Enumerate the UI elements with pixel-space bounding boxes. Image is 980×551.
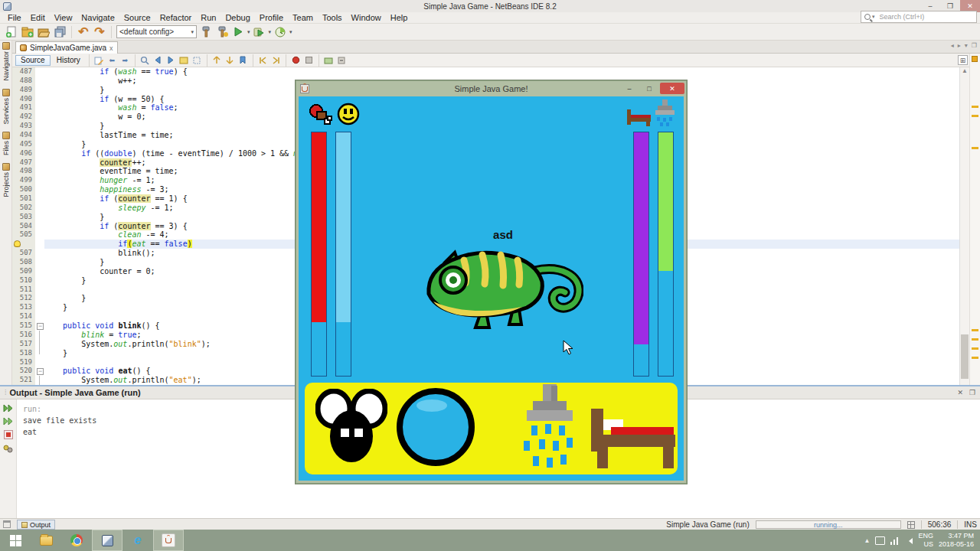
tab-list-icon[interactable]: ▾ (965, 42, 968, 49)
toggle-bookmark-icon[interactable] (237, 55, 249, 66)
find-next-icon[interactable] (165, 55, 177, 66)
split-editor-icon[interactable]: ⊞ (958, 55, 968, 65)
show-hidden-icons-button[interactable]: ▲ (864, 537, 871, 544)
toggle-highlight-icon[interactable] (178, 55, 190, 66)
clean-build-button[interactable] (215, 25, 229, 39)
tab-close-icon[interactable]: x (109, 44, 113, 52)
error-stripe[interactable] (969, 54, 980, 385)
warning-mark[interactable] (972, 147, 978, 149)
menu-window[interactable]: Window (347, 13, 386, 22)
game-titlebar[interactable]: Simple Java Game! – □ ✕ (296, 81, 686, 96)
close-panel-icon[interactable]: ✕ (957, 389, 963, 396)
shift-left-icon[interactable] (257, 55, 269, 66)
forward-icon[interactable]: ➡ (119, 55, 131, 66)
scrollbar-thumb[interactable] (961, 334, 969, 379)
start-button[interactable] (0, 530, 31, 551)
process-list-icon[interactable] (907, 521, 915, 529)
toggle-comment-icon[interactable] (323, 55, 335, 66)
menu-debug[interactable]: Debug (220, 13, 254, 22)
menu-view[interactable]: View (50, 13, 77, 22)
menu-file[interactable]: File (3, 13, 26, 22)
menu-tools[interactable]: Tools (318, 13, 347, 22)
warning-bulb-icon[interactable] (14, 240, 21, 247)
language-indicator[interactable]: ENGUS (918, 532, 933, 549)
save-all-button[interactable] (53, 25, 67, 39)
volume-icon[interactable] (906, 538, 913, 544)
debug-dropdown-icon[interactable]: ▾ (269, 29, 272, 35)
config-select[interactable]: <default config>▾ (116, 25, 197, 38)
back-icon[interactable]: ⬅ (106, 55, 118, 66)
new-file-button[interactable] (5, 25, 18, 39)
scroll-tabs-left-icon[interactable]: ◂ (951, 42, 954, 49)
tab-simplejavagame[interactable]: SimpleJavaGame.java x (15, 41, 118, 54)
code-line[interactable]: 487 if (wash == true) { (12, 67, 969, 77)
stop-macro-recording-icon[interactable] (303, 55, 315, 66)
progress-bar[interactable]: running... (756, 520, 901, 529)
menu-source[interactable]: Source (119, 13, 155, 22)
new-project-button[interactable] (21, 25, 34, 39)
menu-refactor[interactable]: Refactor (155, 13, 197, 22)
redo-button[interactable]: ↷ (93, 25, 106, 39)
source-view-button[interactable]: Source (15, 55, 51, 66)
maximize-editor-icon[interactable]: ❐ (972, 42, 977, 49)
clock[interactable]: 3:47 PM2018-05-16 (939, 532, 974, 549)
menu-team[interactable]: Team (288, 13, 318, 22)
dock-icon[interactable] (3, 520, 11, 528)
file-explorer-button[interactable] (31, 530, 61, 551)
bed-button[interactable] (590, 407, 677, 471)
chrome-button[interactable] (61, 530, 92, 551)
game-canvas[interactable]: asd (299, 96, 684, 481)
menu-navigate[interactable]: Navigate (77, 13, 119, 22)
network-icon[interactable] (890, 536, 900, 545)
rail-tab-files[interactable]: Files (2, 132, 10, 155)
find-selection-icon[interactable] (139, 55, 151, 66)
game-close-button[interactable]: ✕ (660, 83, 684, 94)
history-view-button[interactable]: History (52, 55, 85, 66)
ide-titlebar[interactable]: Simple Java Game - NetBeans IDE 8.2 – ❐ … (0, 0, 980, 12)
search-input[interactable]: ▾ Search (Ctrl+I) (861, 11, 977, 23)
editor-scrollbar[interactable]: ▲ (959, 67, 969, 385)
menu-profile[interactable]: Profile (255, 13, 288, 22)
rail-tab-services[interactable]: Services (2, 89, 10, 125)
menu-edit[interactable]: Edit (26, 13, 50, 22)
find-previous-icon[interactable] (152, 55, 164, 66)
restore-panel-icon[interactable]: ❐ (969, 389, 975, 396)
rail-tab-navigator[interactable]: Navigator (2, 42, 10, 81)
warning-mark[interactable] (972, 329, 978, 331)
build-project-button[interactable] (199, 25, 213, 39)
next-bookmark-icon[interactable] (224, 55, 236, 66)
warning-mark[interactable] (972, 357, 978, 359)
fly-button[interactable] (315, 389, 387, 464)
output-console[interactable]: run:save file existseat (23, 403, 96, 438)
ball-button[interactable] (395, 386, 476, 468)
previous-bookmark-icon[interactable] (211, 55, 223, 66)
last-edit-icon[interactable] (93, 55, 105, 66)
shower-button[interactable] (522, 384, 579, 470)
menu-run[interactable]: Run (196, 13, 220, 22)
shift-right-icon[interactable] (270, 55, 282, 66)
start-macro-recording-icon[interactable] (290, 55, 302, 66)
warning-mark[interactable] (972, 115, 978, 117)
warning-mark[interactable] (972, 338, 978, 341)
rerun-with-options-icon[interactable] (3, 417, 13, 425)
open-project-button[interactable] (37, 25, 51, 39)
run-dropdown-icon[interactable]: ▾ (247, 29, 250, 35)
game-maximize-button[interactable]: □ (640, 83, 658, 94)
ant-settings-icon[interactable] (3, 444, 13, 453)
undo-button[interactable]: ↶ (77, 25, 90, 39)
menu-help[interactable]: Help (386, 13, 413, 22)
minimized-output-tab[interactable]: Output (17, 520, 55, 530)
game-minimize-button[interactable]: – (620, 83, 639, 94)
scroll-up-icon[interactable]: ▲ (960, 67, 969, 74)
run-project-button[interactable] (231, 25, 245, 39)
java-app-taskbar-button[interactable] (153, 530, 184, 551)
debug-project-button[interactable] (253, 25, 266, 39)
profile-project-button[interactable] (273, 25, 287, 39)
rail-tab-projects[interactable]: Projects (2, 163, 10, 197)
warning-mark[interactable] (972, 106, 978, 108)
netbeans-taskbar-button[interactable] (92, 530, 122, 551)
scroll-tabs-right-icon[interactable]: ▸ (958, 42, 961, 49)
code-fold-icon[interactable] (336, 55, 348, 66)
pc-status-icon[interactable] (875, 536, 885, 545)
profile-dropdown-icon[interactable]: ▾ (289, 29, 292, 35)
